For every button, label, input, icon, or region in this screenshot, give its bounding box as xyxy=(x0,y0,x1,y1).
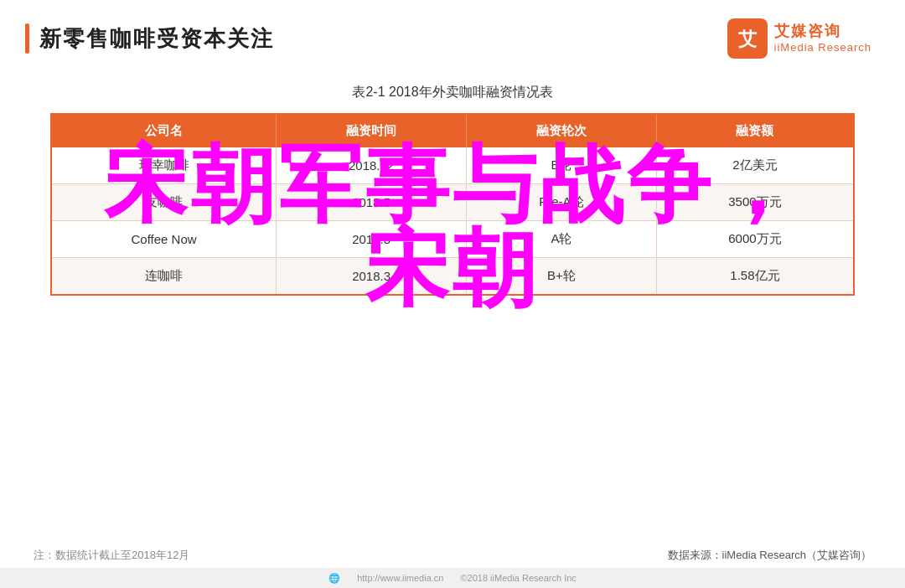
table-header-row: 公司名 融资时间 融资轮次 融资额 xyxy=(51,114,854,147)
table-row: Coffee Now2018.3A轮6000万元 xyxy=(51,221,854,258)
logo-chinese: 艾媒咨询 xyxy=(774,23,871,41)
table-cell: 2亿美元 xyxy=(656,147,854,184)
logo-english: iiMedia Research xyxy=(774,41,871,54)
table-cell: 1.58亿元 xyxy=(656,258,854,296)
col-date: 融资时间 xyxy=(277,114,467,147)
table-cell: 3500万元 xyxy=(656,184,854,221)
page-container: 新零售咖啡受资本关注 艾 艾媒咨询 iiMedia Research 表2-1 … xyxy=(0,0,905,588)
table-cell: 2018.12 xyxy=(277,147,467,184)
table-cell: B轮 xyxy=(467,147,657,184)
table-cell: 连咖啡 xyxy=(51,258,277,296)
svg-text:艾: 艾 xyxy=(738,28,758,49)
table-cell: 友咖啡 xyxy=(51,184,277,221)
table-row: 连咖啡2018.3B+轮1.58亿元 xyxy=(51,258,854,296)
table-cell: 2018.3 xyxy=(277,258,467,296)
col-round: 融资轮次 xyxy=(467,114,657,147)
table-cell: 2018.5 xyxy=(277,184,467,221)
col-company: 公司名 xyxy=(51,114,277,147)
funding-table: 公司名 融资时间 融资轮次 融资额 瑞幸咖啡2018.12B轮2亿美元友咖啡20… xyxy=(50,113,855,296)
table-caption: 表2-1 2018年外卖咖啡融资情况表 xyxy=(50,84,855,101)
table-cell: Pre-A轮 xyxy=(467,184,657,221)
footer-note: 注：数据统计截止至2018年12月 xyxy=(34,548,189,563)
table-cell: 瑞幸咖啡 xyxy=(51,147,277,184)
footer: 注：数据统计截止至2018年12月 数据来源：iiMedia Research（… xyxy=(34,548,871,563)
title-accent-bar xyxy=(25,23,29,54)
table-row: 友咖啡2018.5Pre-A轮3500万元 xyxy=(51,184,854,221)
table-section: 表2-1 2018年外卖咖啡融资情况表 公司名 融资时间 融资轮次 融资额 瑞幸… xyxy=(0,67,905,296)
main-title: 新零售咖啡受资本关注 xyxy=(39,24,274,54)
logo-text: 艾媒咨询 iiMedia Research xyxy=(774,23,871,54)
bottom-copyright: ©2018 iiMedia Research Inc xyxy=(460,573,576,583)
header: 新零售咖啡受资本关注 艾 艾媒咨询 iiMedia Research xyxy=(0,0,905,67)
title-section: 新零售咖啡受资本关注 xyxy=(25,23,274,54)
table-row: 瑞幸咖啡2018.12B轮2亿美元 xyxy=(51,147,854,184)
table-cell: Coffee Now xyxy=(51,221,277,258)
footer-source: 数据来源：iiMedia Research（艾媒咨询） xyxy=(668,548,871,563)
bottom-bar: 🌐 http://www.iimedia.cn ©2018 iiMedia Re… xyxy=(0,568,905,588)
logo-icon: 艾 xyxy=(727,18,768,59)
col-amount: 融资额 xyxy=(656,114,854,147)
table-cell: A轮 xyxy=(467,221,657,258)
table-cell: B+轮 xyxy=(467,258,657,296)
table-cell: 2018.3 xyxy=(277,221,467,258)
logo-section: 艾 艾媒咨询 iiMedia Research xyxy=(727,18,871,59)
bottom-url: http://www.iimedia.cn xyxy=(357,573,443,583)
globe-icon: 🌐 xyxy=(328,573,340,584)
table-cell: 6000万元 xyxy=(656,221,854,258)
